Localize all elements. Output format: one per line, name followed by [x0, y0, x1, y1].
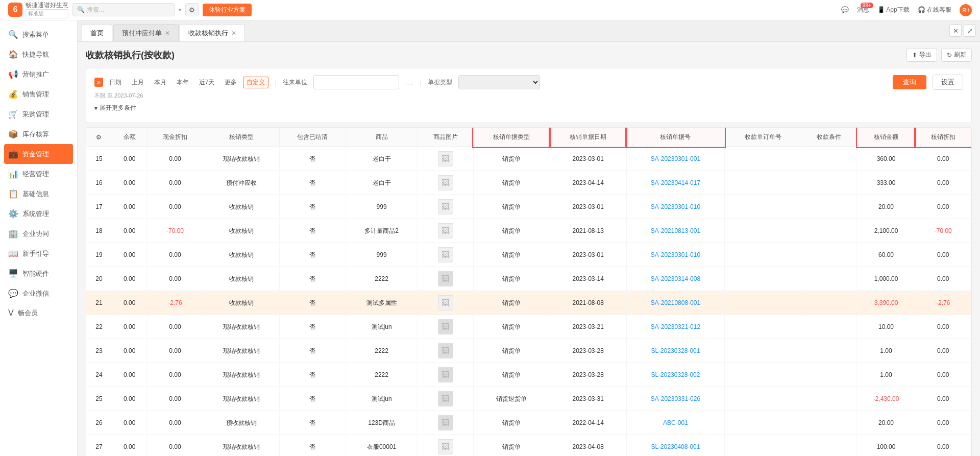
- sidebar-label-operations: 经营管理: [22, 170, 49, 179]
- table-row[interactable]: 26 0.00 0.00 预收款核销 否 123D商品 🖼 销货单 2022-0…: [86, 411, 971, 435]
- sidebar-item-finance[interactable]: 💼资金管理: [4, 144, 73, 164]
- cell-verify-bill-no[interactable]: SA-20210813-001: [626, 219, 725, 243]
- date-quick-options: 上月 本月 本年 近7天 更多 自定义: [128, 77, 269, 88]
- cell-verify-bill-no[interactable]: ABC-001: [626, 411, 725, 435]
- sidebar-item-operations[interactable]: 📊经营管理: [0, 164, 77, 184]
- cell-verify-bill-no[interactable]: SA-20230414-017: [626, 171, 725, 195]
- sidebar-label-guide: 新手引导: [22, 249, 49, 258]
- sidebar-item-enterprise[interactable]: 🏢企业协同: [0, 224, 77, 244]
- verify-bill-no-link[interactable]: SA-20230314-008: [651, 275, 700, 282]
- tab-close-prepay[interactable]: ✕: [165, 30, 170, 37]
- table-row[interactable]: 15 0.00 0.00 现结收款核销 否 老白干 🖼 销货单 2023-03-…: [86, 147, 971, 171]
- sidebar-item-system[interactable]: ⚙️系统管理: [0, 204, 77, 224]
- expand-more-button[interactable]: ▾ 展开更多条件: [94, 104, 963, 112]
- export-button[interactable]: ⬆ 导出: [906, 48, 937, 62]
- sidebar-item-quicknav[interactable]: 🏠快捷导航: [0, 44, 77, 64]
- verify-bill-no-link[interactable]: SL-20230328-002: [651, 371, 700, 378]
- settings-gear-button[interactable]: ⚙: [185, 3, 199, 16]
- tab-maximize-button[interactable]: ⤢: [964, 25, 976, 37]
- date-this-year-btn[interactable]: 本年: [173, 77, 193, 88]
- table-row[interactable]: 22 0.00 0.00 现结收款核销 否 测试jun 🖼 销货单 2023-0…: [86, 315, 971, 339]
- cell-verify-bill-no[interactable]: SA-20230331-026: [626, 387, 725, 411]
- date-more-btn[interactable]: 更多: [220, 77, 241, 88]
- goods-image: 🖼: [438, 343, 453, 358]
- verify-bill-no-link[interactable]: SA-20230301-001: [651, 155, 700, 162]
- table-row[interactable]: 19 0.00 0.00 收款核销 否 999 🖼 销货单 2023-03-01…: [86, 243, 971, 267]
- online-service-link[interactable]: 🎧 在线客服: [918, 6, 951, 14]
- sidebar-item-inventory[interactable]: 📦库存核算: [0, 124, 77, 144]
- from-unit-input[interactable]: [313, 75, 399, 89]
- sidebar-item-sales[interactable]: 💰销售管理: [0, 84, 77, 104]
- global-search-bar[interactable]: 🔍 搜索...: [72, 3, 175, 16]
- date-7days-btn[interactable]: 近7天: [195, 77, 219, 88]
- tab-prepay[interactable]: 预付冲应付单✕: [113, 24, 179, 41]
- verify-bill-no-link[interactable]: SA-20230301-010: [651, 203, 700, 210]
- refresh-button[interactable]: ↻ 刷新: [941, 48, 972, 62]
- table-row[interactable]: 17 0.00 0.00 收款核销 否 999 🖼 销货单 2023-03-01…: [86, 195, 971, 219]
- cell-cash-discount: -70.00: [147, 219, 203, 243]
- filter-settings-button[interactable]: 设置: [933, 75, 963, 90]
- verify-bill-no-link[interactable]: ABC-001: [663, 419, 688, 426]
- sidebar-item-wechat[interactable]: 💬企业微信: [0, 283, 77, 303]
- message-icon[interactable]: 💬 99+ 消息: [841, 6, 869, 14]
- table-row[interactable]: 23 0.00 0.00 现结收款核销 否 2222 🖼 销货单 2023-03…: [86, 339, 971, 363]
- table-row[interactable]: 20 0.00 0.00 收款核销 否 2222 🖼 销货单 2023-03-1…: [86, 267, 971, 291]
- table-row[interactable]: 24 0.00 0.00 现结收款核销 否 2222 🖼 销货单 2023-03…: [86, 363, 971, 387]
- query-button[interactable]: 查询: [893, 75, 926, 89]
- verify-bill-no-link[interactable]: SA-20230301-010: [651, 251, 700, 258]
- date-custom-btn[interactable]: 自定义: [243, 77, 268, 88]
- bill-type-select[interactable]: [458, 75, 540, 89]
- tab-home[interactable]: 首页: [82, 24, 112, 41]
- search-chevron-icon[interactable]: ▾: [179, 7, 181, 13]
- cell-verify-bill-no[interactable]: SA-20230314-008: [626, 267, 725, 291]
- tab-close-all-button[interactable]: ✕: [949, 25, 962, 37]
- cell-balance: 0.00: [112, 411, 147, 435]
- col-receipt-condition: 收款条件: [801, 128, 857, 147]
- cell-verify-amount: 3,390.00: [857, 291, 915, 315]
- trial-industry-button[interactable]: 休验行业方案: [203, 4, 252, 16]
- verify-bill-no-link[interactable]: SL-20230328-001: [651, 347, 700, 354]
- sidebar-item-member[interactable]: V畅会员: [0, 303, 77, 323]
- filter-collapse-button[interactable]: »: [94, 78, 103, 87]
- sidebar-item-purchase[interactable]: 🛒采购管理: [0, 104, 77, 124]
- user-avatar[interactable]: Rit: [960, 4, 972, 16]
- app-download-link[interactable]: 📱 App下载: [877, 6, 910, 14]
- table-row[interactable]: 25 0.00 0.00 现结收款核销 否 测试jun 🖼 销货退货单 2023…: [86, 387, 971, 411]
- cell-verify-bill-type: 销货单: [473, 291, 550, 315]
- verify-bill-no-link[interactable]: SA-20210808-001: [651, 299, 700, 306]
- cell-verify-bill-no[interactable]: SL-20230328-002: [626, 363, 725, 387]
- cell-goods-image: 🖼: [418, 147, 473, 171]
- cell-verify-bill-no[interactable]: SA-20230301-001: [626, 147, 725, 171]
- cell-receipt-order-no: [725, 363, 801, 387]
- sidebar-item-search[interactable]: 🔍搜索菜单: [0, 25, 77, 44]
- sidebar-item-marketing[interactable]: 📢营销推广: [0, 64, 77, 84]
- date-this-month-btn[interactable]: 本月: [150, 77, 170, 88]
- date-last-month-btn[interactable]: 上月: [128, 77, 148, 88]
- verify-bill-no-link[interactable]: SA-20230331-026: [651, 395, 700, 402]
- verify-bill-no-link[interactable]: SA-20210813-001: [651, 227, 700, 234]
- table-row[interactable]: 21 0.00 -2.76 收款核销 否 测试多属性 🖼 销货单 2021-08…: [86, 291, 971, 315]
- cell-goods: 测试jun: [346, 315, 418, 339]
- cell-included-settled: 否: [280, 219, 346, 243]
- verify-bill-no-link[interactable]: SA-20230414-017: [651, 179, 700, 186]
- cell-balance: 0.00: [112, 363, 147, 387]
- tab-close-verify[interactable]: ✕: [231, 30, 236, 37]
- cell-verify-bill-no[interactable]: SA-20230301-010: [626, 195, 725, 219]
- cell-verify-bill-no[interactable]: SL-20230408-001: [626, 435, 725, 457]
- cell-verify-bill-no[interactable]: SA-20210808-001: [626, 291, 725, 315]
- tab-verify[interactable]: 收款核销执行✕: [180, 24, 245, 41]
- verify-bill-no-link[interactable]: SA-20230321-012: [651, 323, 700, 330]
- sidebar-item-guide[interactable]: 📖新手引导: [0, 244, 77, 263]
- table-row[interactable]: 27 0.00 0.00 现结收款核销 否 衣服00001 🖼 销货单 2023…: [86, 435, 971, 457]
- sidebar-item-hardware[interactable]: 🖥️智能硬件: [0, 263, 77, 283]
- expand-icon: ▾: [94, 105, 97, 112]
- verify-bill-no-link[interactable]: SL-20230408-001: [651, 443, 700, 450]
- cell-verify-bill-no[interactable]: SL-20230328-001: [626, 339, 725, 363]
- sidebar-item-basic[interactable]: 📋基础信息: [0, 184, 77, 204]
- col-settings[interactable]: ⚙: [86, 128, 112, 147]
- cell-verify-bill-no[interactable]: SA-20230301-010: [626, 243, 725, 267]
- table-row[interactable]: 18 0.00 -70.00 收款核销 否 多计量商品2 🖼 销货单 2021-…: [86, 219, 971, 243]
- cell-receipt-order-no: [725, 243, 801, 267]
- cell-verify-bill-no[interactable]: SA-20230321-012: [626, 315, 725, 339]
- table-row[interactable]: 16 0.00 0.00 预付冲应收 否 老白干 🖼 销货单 2023-04-1…: [86, 171, 971, 195]
